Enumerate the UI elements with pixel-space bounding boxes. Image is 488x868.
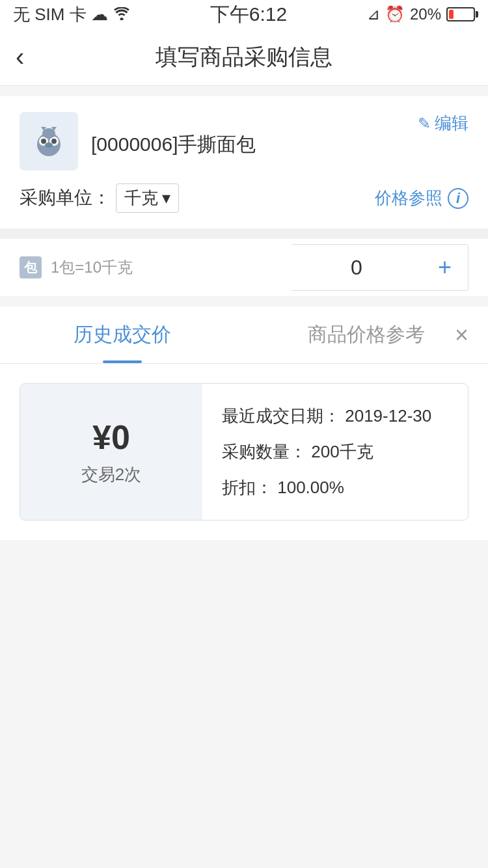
price-reference-button[interactable]: 价格参照 i — [375, 187, 468, 210]
recent-date-row: 最近成交日期： 2019-12-30 — [222, 403, 448, 429]
dropdown-icon: ▾ — [162, 188, 170, 208]
status-left: 无 SIM 卡 ☁ — [13, 3, 130, 26]
tab-product-reference[interactable]: 商品价格参考 — [244, 306, 488, 363]
bag-icon: 包 — [20, 256, 42, 278]
separator — [0, 228, 488, 239]
svg-point-8 — [45, 142, 53, 148]
svg-point-3 — [41, 139, 46, 144]
edit-icon: ✎ — [418, 115, 431, 133]
edit-button[interactable]: ✎ 编辑 — [418, 112, 468, 135]
nav-bar: ‹ 填写商品采购信息 — [0, 29, 488, 86]
wifi-icon — [113, 5, 130, 25]
panel-close-button[interactable]: × — [455, 321, 468, 349]
panel-content: ¥0 交易2次 最近成交日期： 2019-12-30 采购数量： 200千克 折… — [0, 364, 488, 540]
history-price-value: ¥0 — [92, 418, 130, 457]
status-right: ⊿ ⏰ 20% — [367, 5, 475, 23]
page-title: 填写商品采购信息 — [156, 42, 332, 72]
signal-text: 无 SIM 卡 ☁ — [13, 3, 108, 26]
product-card: [0000006]手撕面包 ✎ 编辑 采购单位： 千克 ▾ 价格参照 i — [0, 96, 488, 228]
purchase-qty-row: 采购数量： 200千克 — [222, 439, 448, 465]
plus-icon: + — [438, 254, 452, 281]
info-icon[interactable]: i — [448, 188, 468, 209]
history-trade-count: 交易2次 — [81, 463, 141, 486]
alarm-icon: ⏰ — [385, 5, 405, 23]
discount-row: 折扣： 100.00% — [222, 475, 448, 500]
status-time: 下午6:12 — [210, 1, 287, 28]
bag-conversion: 1包=10千克 — [51, 257, 133, 278]
unit-label: 采购单位： — [20, 187, 111, 208]
history-price-section: ¥0 交易2次 — [20, 384, 202, 520]
back-button[interactable]: ‹ — [16, 42, 24, 72]
product-thumbnail — [20, 112, 78, 170]
unit-select[interactable]: 千克 ▾ — [116, 183, 179, 213]
product-name: [0000006]手撕面包 — [91, 131, 256, 158]
history-details-section: 最近成交日期： 2019-12-30 采购数量： 200千克 折扣： 100.0… — [202, 384, 468, 520]
tab-history-price[interactable]: 历史成交价 — [0, 306, 244, 363]
price-panel: 历史成交价 商品价格参考 × ¥0 交易2次 最近成交日期： 2019-12-3… — [0, 306, 488, 540]
battery-icon — [446, 7, 475, 21]
quantity-row: 包 1包=10千克 0 + — [0, 239, 488, 296]
quantity-input[interactable]: 0 — [291, 244, 422, 291]
quantity-controls: 0 + — [291, 244, 468, 291]
product-info: [0000006]手撕面包 — [20, 112, 256, 170]
battery-percent: 20% — [410, 5, 441, 23]
product-bottom-row: 采购单位： 千克 ▾ 价格参照 i — [20, 183, 468, 213]
quantity-plus-button[interactable]: + — [422, 244, 468, 291]
quantity-label: 包 1包=10千克 — [20, 256, 133, 278]
svg-point-4 — [51, 139, 57, 144]
unit-selector-row: 采购单位： 千克 ▾ — [20, 183, 179, 213]
status-bar: 无 SIM 卡 ☁ 下午6:12 ⊿ ⏰ 20% — [0, 0, 488, 29]
history-card: ¥0 交易2次 最近成交日期： 2019-12-30 采购数量： 200千克 折… — [20, 383, 468, 521]
panel-tabs: 历史成交价 商品价格参考 × — [0, 306, 488, 364]
location-icon: ⊿ — [367, 5, 380, 23]
owl-icon — [29, 122, 68, 161]
product-top-row: [0000006]手撕面包 ✎ 编辑 — [20, 112, 468, 170]
